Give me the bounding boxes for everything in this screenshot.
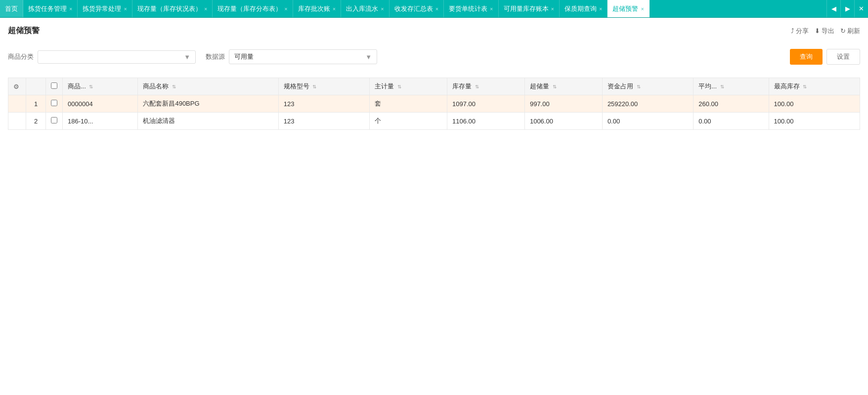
- check-col-header: [46, 78, 63, 95]
- unit-col-header[interactable]: 主计量 ⇅: [370, 78, 447, 95]
- product-name-col-header[interactable]: 商品名称 ⇅: [138, 78, 278, 95]
- row-num-cell: 2: [26, 113, 46, 130]
- export-icon: ⬇: [815, 27, 820, 35]
- sort-icon: ⇅: [397, 84, 401, 89]
- filter-bar: 商品分类 ▼ 数据源 可用量 ▼ 查询 设置: [8, 44, 860, 70]
- sort-icon: ⇅: [553, 84, 557, 89]
- capital-cell: 0.00: [602, 113, 693, 130]
- max-inventory-cell: 100.00: [769, 113, 860, 130]
- nav-label: 现存量（库存分布表）: [217, 4, 282, 13]
- table-row: 2 186-10... 机油滤清器 123 个 1106.00 1006.00 …: [8, 113, 860, 130]
- export-button[interactable]: ⬇ 导出: [815, 27, 834, 36]
- nav-overstock-warning[interactable]: 超储预警 ×: [608, 0, 649, 17]
- nav-inventory-dist[interactable]: 现存量（库存分布表） ×: [213, 0, 293, 17]
- close-icon[interactable]: ×: [435, 6, 438, 12]
- spec-col-header[interactable]: 规格型号 ⇅: [278, 78, 369, 95]
- close-icon[interactable]: ×: [551, 6, 554, 12]
- sort-icon: ⇅: [637, 84, 641, 89]
- nav-available-account[interactable]: 可用量库存账本 ×: [499, 0, 560, 17]
- sort-icon: ⇅: [312, 84, 316, 89]
- refresh-icon: ↻: [840, 27, 846, 35]
- settings-button[interactable]: 设置: [826, 49, 860, 65]
- select-all-checkbox[interactable]: [51, 82, 57, 89]
- nav-label: 收发存汇总表: [394, 4, 433, 13]
- nav-task-mgmt[interactable]: 拣货任务管理 ×: [23, 0, 78, 17]
- spec-cell: 123: [278, 113, 369, 130]
- product-category-select[interactable]: ▼: [38, 50, 196, 64]
- nav-quality-check[interactable]: 保质期查询 ×: [560, 0, 608, 17]
- avg-cell: 0.00: [694, 113, 769, 130]
- nav-next-button[interactable]: ▶: [840, 0, 854, 17]
- overstock-cell: 997.00: [524, 95, 602, 113]
- nav-abnormal[interactable]: 拣货异常处理 ×: [78, 0, 132, 17]
- close-icon[interactable]: ×: [333, 6, 336, 12]
- max-inventory-cell: 100.00: [769, 95, 860, 113]
- chevron-down-icon: ▼: [184, 53, 190, 61]
- settings-icon[interactable]: ⚙: [13, 83, 19, 90]
- overstock-col-header[interactable]: 超储量 ⇅: [524, 78, 602, 95]
- capital-cell: 259220.00: [602, 95, 693, 113]
- nav-arrows: ◀ ▶ ✕: [826, 0, 868, 17]
- page-header: 超储预警 ⤴ 分享 ⬇ 导出 ↻ 刷新: [8, 26, 860, 36]
- capital-col-header[interactable]: 资金占用 ⇅: [602, 78, 693, 95]
- close-icon[interactable]: ×: [381, 6, 384, 12]
- nav-collect-summary[interactable]: 收发存汇总表 ×: [390, 0, 444, 17]
- top-nav: 首页 拣货任务管理 × 拣货异常处理 × 现存量（库存状况表） × 现存量（库存…: [0, 0, 868, 18]
- spec-cell: 123: [278, 95, 369, 113]
- main-content: 超储预警 ⤴ 分享 ⬇ 导出 ↻ 刷新 商品分类 ▼ 数据源: [0, 18, 868, 395]
- sort-icon: ⇅: [803, 84, 807, 89]
- export-label: 导出: [822, 27, 834, 36]
- nav-home[interactable]: 首页: [0, 0, 23, 17]
- nav-inout-flow[interactable]: 出入库流水 ×: [341, 0, 389, 17]
- refresh-button[interactable]: ↻ 刷新: [840, 27, 860, 36]
- row-check-cell: [46, 95, 63, 113]
- close-icon[interactable]: ×: [284, 6, 287, 12]
- close-icon[interactable]: ×: [599, 6, 602, 12]
- product-category-filter: 商品分类 ▼: [8, 50, 196, 64]
- nav-label: 保质期查询: [564, 4, 597, 13]
- unit-cell: 套: [370, 95, 447, 113]
- query-button[interactable]: 查询: [790, 49, 823, 65]
- nav-close-all-button[interactable]: ✕: [854, 0, 868, 17]
- row-checkbox[interactable]: [51, 100, 57, 106]
- unit-cell: 个: [370, 113, 447, 130]
- close-icon[interactable]: ×: [69, 6, 72, 12]
- share-icon: ⤴: [791, 27, 794, 35]
- product-code-cell: 0000004: [63, 95, 138, 113]
- nav-prev-button[interactable]: ◀: [826, 0, 840, 17]
- overstock-cell: 1006.00: [524, 113, 602, 130]
- avg-cell: 260.00: [694, 95, 769, 113]
- product-name-cell: 六配套新昌490BPG: [138, 95, 278, 113]
- nav-order-stats[interactable]: 要货单统计表 ×: [444, 0, 498, 17]
- close-icon[interactable]: ×: [490, 6, 493, 12]
- filter-buttons: 查询 设置: [790, 49, 860, 65]
- avg-col-header[interactable]: 平均... ⇅: [694, 78, 769, 95]
- num-col-header: [26, 78, 46, 95]
- table-row: 1 0000004 六配套新昌490BPG 123 套 1097.00 997.…: [8, 95, 860, 113]
- datasource-filter: 数据源 可用量 ▼: [206, 49, 377, 64]
- nav-label: 超储预警: [612, 4, 638, 13]
- row-checkbox[interactable]: [51, 117, 57, 123]
- page-title: 超储预警: [8, 26, 40, 36]
- sort-icon: ⇅: [172, 84, 176, 89]
- data-table: ⚙ 商品... ⇅ 商品名称 ⇅ 规格型号 ⇅: [8, 78, 860, 130]
- nav-label: 拣货异常处理: [83, 4, 121, 13]
- nav-batch[interactable]: 库存批次账 ×: [293, 0, 341, 17]
- nav-inventory-status[interactable]: 现存量（库存状况表） ×: [132, 0, 213, 17]
- datasource-select[interactable]: 可用量 ▼: [229, 49, 377, 64]
- nav-label: 现存量（库存状况表）: [137, 4, 202, 13]
- nav-label: 要货单统计表: [449, 4, 487, 13]
- inventory-cell: 1106.00: [447, 113, 524, 130]
- nav-label: 可用量库存账本: [504, 4, 549, 13]
- share-button[interactable]: ⤴ 分享: [791, 27, 809, 36]
- settings-col-header: ⚙: [8, 78, 26, 95]
- close-icon[interactable]: ×: [204, 6, 207, 12]
- datasource-value: 可用量: [234, 52, 254, 61]
- close-icon[interactable]: ×: [641, 6, 644, 12]
- sort-icon: ⇅: [720, 84, 724, 89]
- close-icon[interactable]: ×: [124, 6, 127, 12]
- max-inventory-col-header[interactable]: 最高库存 ⇅: [769, 78, 860, 95]
- product-code-col-header[interactable]: 商品... ⇅: [63, 78, 138, 95]
- inventory-col-header[interactable]: 库存量 ⇅: [447, 78, 524, 95]
- product-code-cell: 186-10...: [63, 113, 138, 130]
